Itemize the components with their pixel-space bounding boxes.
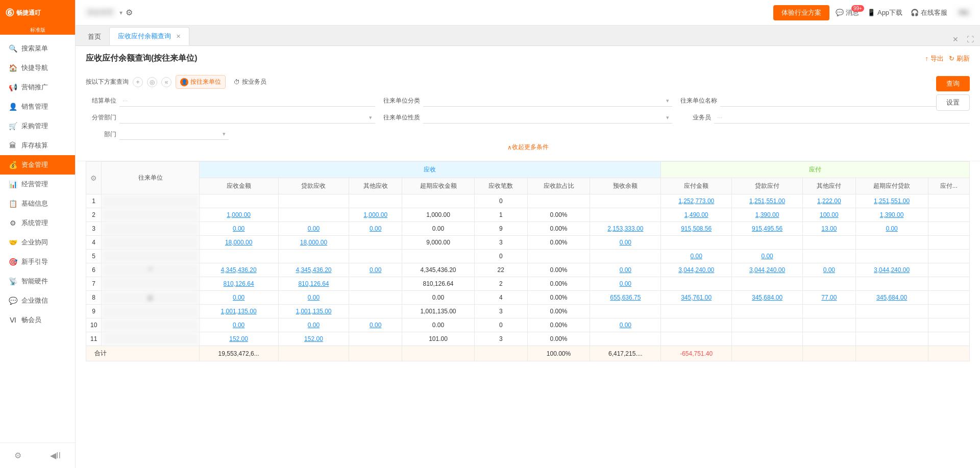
th-settings[interactable]: ⚙ [86, 162, 102, 194]
unit-cat-select[interactable]: ▾ [423, 95, 673, 107]
th-ar-ratio: 应收款占比 [527, 178, 590, 194]
sidebar-item-label: 基础信息 [21, 199, 48, 208]
unit-nature-label: 往来单位性质 [383, 113, 420, 122]
th-ap-overdue: 超期应付贷款 [855, 178, 928, 194]
refresh-button[interactable]: ↻ 刷新 [949, 54, 970, 63]
scheme-collapse-button[interactable]: « [161, 77, 172, 87]
filter-row-1: 结算单位 ··· 往来单位分类 ▾ [86, 95, 970, 107]
bumen-select[interactable]: ▾ [119, 129, 229, 140]
sidebar-item-enterprise[interactable]: 🤝 企业协同 [0, 233, 75, 252]
header-right: 💬 消息 99+ 📱 App下载 🎧 在线客服 Rit [836, 8, 972, 17]
tab-home[interactable]: 首页 [80, 28, 109, 45]
sidebar-item-hardware[interactable]: 📡 智能硬件 [0, 272, 75, 291]
scheme-by-salesperson[interactable]: ⏱ 按业务员 [230, 76, 271, 88]
query-button[interactable]: 查询 [936, 76, 970, 91]
tab-home-label: 首页 [88, 33, 101, 40]
tab-ar-label: 应收应付余额查询 [118, 32, 171, 40]
breadcrumb-chevron-icon[interactable]: ▾ [119, 9, 122, 16]
sidebar-item-label: 采购管理 [21, 121, 48, 131]
sidebar-item-basic[interactable]: 📋 基础信息 [0, 194, 75, 213]
unit-nature-select[interactable]: ▾ [423, 112, 673, 124]
sidebar-item-label: 资金管理 [21, 160, 48, 169]
total-ap-amount: -654,751.40 [661, 346, 732, 361]
table-row: 6^4,345,436.204,345,436.200.004,345,436.… [86, 263, 970, 277]
sidebar-item-sales[interactable]: 👤 销售管理 [0, 97, 75, 116]
th-ar-amount: 应收金额 [199, 178, 278, 194]
settings-footer-icon[interactable]: ⚙ [12, 448, 24, 463]
salesperson-input[interactable]: ··· [714, 112, 970, 124]
sidebar-item-marketing[interactable]: 📢 营销推广 [0, 78, 75, 97]
sidebar-item-search[interactable]: 🔍 搜索菜单 [0, 39, 75, 58]
th-ar-count: 应收笔数 [474, 178, 527, 194]
total-ap-loan [732, 346, 803, 361]
tab-close-icon[interactable]: ✕ [176, 33, 181, 39]
collapse-sidebar-icon[interactable]: ◀II [47, 448, 63, 463]
sidebar-item-vip[interactable]: Ⅵ 畅会员 [0, 310, 75, 330]
table-row: 7810,126.64810,126.64810,126.6420.00%0.0… [86, 277, 970, 291]
table-row: 11152.00152.00101.0030.00% [86, 332, 970, 346]
online-service-label: 在线客服 [921, 8, 947, 17]
finance-icon: 💰 [8, 161, 17, 169]
app-logo: ⑥ 畅捷通叮 [0, 0, 75, 26]
messages-button[interactable]: 💬 消息 99+ [836, 8, 859, 17]
sidebar-item-label: 企业协同 [21, 238, 48, 247]
filter-row-2: 分管部门 ▾ 往来单位性质 ▾ [86, 112, 970, 124]
marketing-icon: 📢 [8, 83, 17, 91]
header-gear-icon[interactable]: ⚙ [126, 8, 133, 17]
sidebar-item-label: 搜索菜单 [21, 44, 48, 53]
filter-unit-cat: 往来单位分类 ▾ [383, 95, 673, 107]
top-header: 资金管理 ▾ ⚙ 体验行业方案 💬 消息 99+ 📱 App下载 🎧 在线客服 [76, 0, 980, 26]
collapse-conditions-button[interactable]: ∧ 收起更多条件 [86, 140, 970, 155]
close-window-icon[interactable]: ✕ [950, 33, 961, 45]
sidebar-item-wechat[interactable]: 💬 企业微信 [0, 291, 75, 310]
sidebar-item-newbie[interactable]: 🎯 新手引导 [0, 252, 75, 272]
dept-chevron-icon: ▾ [369, 114, 372, 121]
sales-icon: 👤 [8, 103, 17, 111]
total-ap-other [802, 346, 855, 361]
total-ar-prepay: 6,417,215.... [590, 346, 661, 361]
user-avatar[interactable]: Rit [955, 8, 972, 17]
export-button[interactable]: ↑ 导出 [925, 54, 944, 63]
jiesuan-input[interactable]: ··· [119, 95, 375, 107]
filter-rows: 结算单位 ··· 往来单位分类 ▾ [86, 95, 970, 140]
sidebar-item-quicknav[interactable]: 🏠 快捷导航 [0, 58, 75, 78]
tab-ar-query[interactable]: 应收应付余额查询 ✕ [109, 27, 189, 45]
filter-unit-nature: 往来单位性质 ▾ [383, 112, 673, 124]
service-icon: 🎧 [911, 9, 919, 16]
tab-bar-controls: ✕ ⛶ [950, 33, 976, 45]
enterprise-icon: 🤝 [8, 238, 17, 247]
online-service-button[interactable]: 🎧 在线客服 [911, 8, 947, 17]
dept-select[interactable]: ▾ [119, 112, 375, 124]
scheme-settings-button[interactable]: ◎ [147, 77, 157, 87]
trial-button[interactable]: 体验行业方案 [773, 5, 829, 20]
sidebar-item-operations[interactable]: 📊 经营管理 [0, 175, 75, 194]
filter-bumen: 部门 ▾ [86, 129, 229, 140]
filter-area: 按以下方案查询 + ◎ « 👤 按往来单位 ⏱ 按业务员 [76, 69, 980, 161]
th-group-ap: 应付 [661, 162, 970, 178]
table-wrapper[interactable]: ⚙ 往来单位 应收 应付 应收金额 贷款应收 其他应收 超期应收金额 应收笔数 [76, 161, 980, 468]
vip-icon: Ⅵ [8, 316, 17, 324]
table-row: 30.000.000.000.0090.00%2,153,333.00915,5… [86, 222, 970, 236]
total-label: 合计 [86, 346, 200, 361]
scheme-by-unit[interactable]: 👤 按往来单位 [176, 75, 226, 89]
maximize-window-icon[interactable]: ⛶ [965, 33, 976, 45]
app-download-button[interactable]: 📱 App下载 [867, 8, 902, 17]
sidebar-item-inventory[interactable]: 🏛 库存核算 [0, 136, 75, 155]
operations-icon: 📊 [8, 180, 17, 188]
table-settings-icon[interactable]: ⚙ [90, 174, 97, 182]
unit-name-input[interactable] [720, 95, 970, 107]
sidebar-item-finance[interactable]: 💰 资金管理 [0, 155, 75, 175]
data-table: ⚙ 往来单位 应收 应付 应收金额 贷款应收 其他应收 超期应收金额 应收笔数 [86, 161, 970, 361]
total-ar-other [349, 346, 402, 361]
table-row: 8p0.000.000.0040.00%655,636.75345,761.00… [86, 291, 970, 305]
add-scheme-button[interactable]: + [133, 77, 143, 87]
sidebar-item-label: 新手引导 [21, 257, 48, 266]
setting-button[interactable]: 设置 [936, 94, 970, 111]
export-icon: ↑ [925, 55, 929, 62]
purchase-icon: 🛒 [8, 122, 17, 130]
sidebar-item-purchase[interactable]: 🛒 采购管理 [0, 116, 75, 136]
sidebar-footer: ⚙ ◀II [0, 442, 75, 468]
sidebar-item-system[interactable]: ⚙ 系统管理 [0, 213, 75, 233]
jiesuan-label: 结算单位 [86, 96, 116, 105]
th-ar-overdue: 超期应收金额 [402, 178, 475, 194]
